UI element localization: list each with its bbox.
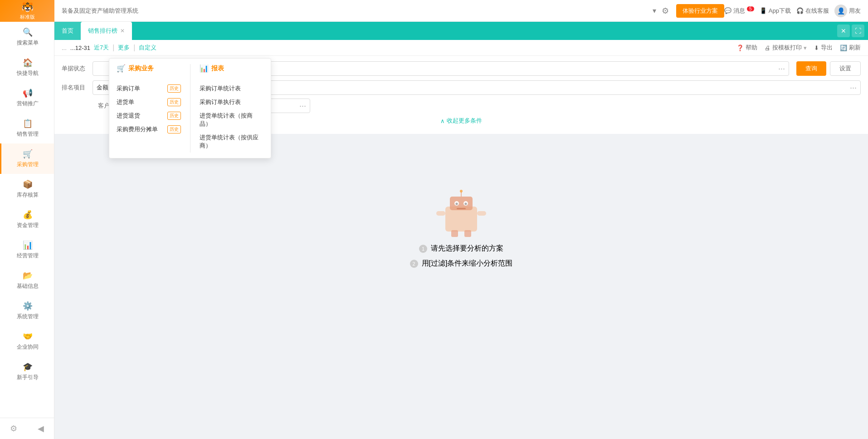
help-btn[interactable]: ❓ 帮助 [736,44,757,52]
customer-dots[interactable]: ··· [299,101,306,111]
dropdown-menu: 🛒 采购业务 采购订单 历史 进货单 历史 进货退货 [109,58,271,158]
settings-icon[interactable]: ⚙ [662,6,669,16]
purchase-section-icon: 🛒 [117,64,126,73]
sidebar-item-nav[interactable]: 🏠 快捷导航 [0,52,54,83]
purchase-menu-section: 🛒 采购业务 采购订单 历史 进货单 历史 进货退货 [109,64,188,153]
sidebar-item-enterprise[interactable]: 🤝 企业协同 [0,326,54,356]
date-shortcuts: ... ...12-31 近7天 | 更多 | 自定义 [62,44,156,52]
logo: 🐯 标准版 [0,0,54,22]
refresh-btn[interactable]: 🔄 刷新 [840,44,861,52]
menu-item-purchase-order[interactable]: 采购订单 历史 [117,82,181,95]
sidebar-item-marketing[interactable]: 📢 营销推广 [0,83,54,113]
export-btn[interactable]: ⬇ 导出 [814,44,833,52]
date-shortcut-7days[interactable]: 近7天 [94,44,109,52]
menu-item-purchase-in[interactable]: 进货单 历史 [117,95,181,109]
system-dropdown-arrow[interactable]: ▾ [653,6,656,15]
product-dots[interactable]: ··· [778,64,785,74]
print-dropdown-icon[interactable]: ▾ [804,44,807,51]
guide-icon: 🎓 [23,362,33,372]
svg-point-5 [465,203,467,205]
sidebar-item-search[interactable]: 🔍 搜索菜单 [0,22,54,52]
inbound-stat-product-label: 进货单统计表（按商品） [200,112,264,128]
sidebar-item-basic[interactable]: 📂 基础信息 [0,265,54,296]
basic-icon: 📂 [23,271,33,281]
rank-label: 排名项目 [62,84,89,92]
report-section-title: 📊 报表 [200,64,264,76]
sidebar-item-system[interactable]: ⚙️ 系统管理 [0,296,54,326]
marketing-icon: 📢 [23,88,33,98]
empty-hint-2: 2 用[过滤]条件来缩小分析范围 [410,259,513,268]
sidebar-item-sales[interactable]: 📋 销售管理 [0,113,54,143]
sidebar-item-label: 搜索菜单 [17,39,39,47]
app-download-label: App下载 [769,7,791,15]
sidebar-item-label: 快捷导航 [17,69,39,77]
sidebar: 🔍 搜索菜单 🏠 快捷导航 📢 营销推广 📋 销售管理 🛒 采购管理 📦 库存核… [0,22,54,439]
sidebar-settings-icon[interactable]: ⚙ [10,424,17,434]
product-select[interactable]: 设计桑 ✕ ··· [221,61,789,76]
logo-icon: 🐯 [21,2,34,14]
tab-close-btn[interactable]: ✕ [837,25,850,37]
svg-rect-7 [436,211,445,216]
purchase-order-label: 采购订单 [117,84,140,93]
refresh-label: 刷新 [849,44,861,52]
report-section-label: 报表 [211,64,224,73]
sidebar-item-finance[interactable]: 💰 资金管理 [0,204,54,235]
sidebar-item-label: 经营管理 [17,252,39,260]
sidebar-item-inventory[interactable]: 📦 库存核算 [0,174,54,204]
sidebar-item-label: 新手引导 [17,374,39,381]
sidebar-item-guide[interactable]: 🎓 新手引导 [0,356,54,387]
date-shortcut-more[interactable]: 更多 [118,44,130,52]
date-shortcut-custom[interactable]: 自定义 [139,44,156,52]
salesperson-dots[interactable]: ··· [850,83,857,93]
menu-item-order-exec[interactable]: 采购订单执行表 [200,95,264,109]
print-btn[interactable]: 🖨 按模板打印 ▾ [765,44,807,52]
empty-hint-1: 1 请先选择要分析的方案 [419,244,503,253]
content-area: 首页 销售排行榜 ✕ ✕ ⛶ ... ...12-31 近7天 [54,22,868,439]
hint-num-1: 1 [419,245,427,253]
enterprise-icon: 🤝 [23,331,33,341]
export-label: 导出 [821,44,833,52]
hint-num-2: 2 [410,260,418,268]
sidebar-item-purchase[interactable]: 🛒 采购管理 [0,143,54,174]
collapse-up-icon: ∧ [440,118,445,124]
user-action[interactable]: 👤 用友 [834,5,861,17]
menu-item-purchase-fee[interactable]: 采购费用分摊单 历史 [117,123,181,136]
page-content: ... ...12-31 近7天 | 更多 | 自定义 ❓ 帮助 [54,40,868,439]
tab-sales-rank[interactable]: 销售排行榜 ✕ [81,22,132,40]
date-recent-label: ... [62,44,67,51]
messages-action[interactable]: 💬 消息 5 [724,7,754,15]
menu-item-inbound-stat-supplier[interactable]: 进货单统计表（按供应商） [200,131,264,153]
setting-button[interactable]: 设置 [830,61,861,76]
menu-item-order-stat[interactable]: 采购订单统计表 [200,82,264,95]
headset-icon: 🎧 [796,7,804,14]
print-icon: 🖨 [765,44,770,51]
tab-maximize-btn[interactable]: ⛶ [852,25,864,37]
industry-btn[interactable]: 体验行业方案 [676,4,724,18]
collapse-label: 收起更多条件 [447,117,482,125]
menu-divider [190,64,190,153]
messages-label: 消息 [733,7,745,15]
menu-item-inbound-stat-product[interactable]: 进货单统计表（按商品） [200,109,264,131]
svg-point-4 [456,203,458,205]
query-button[interactable]: 查询 [796,61,826,76]
menu-item-purchase-return[interactable]: 进货退货 历史 [117,109,181,123]
purchase-fee-badge: 历史 [167,125,181,133]
help-icon: ❓ [736,44,744,51]
messages-badge: 5 [747,6,754,11]
filter-field-salesperson: 业务员 ··· [190,80,861,95]
tab-close-icon[interactable]: ✕ [120,28,125,34]
sidebar-item-label: 基础信息 [17,282,39,290]
sales-icon: 📋 [23,118,33,128]
tab-home[interactable]: 首页 [54,22,81,40]
salesperson-select[interactable]: ··· [221,80,861,95]
online-service-action[interactable]: 🎧 在线客服 [796,7,829,15]
app-download-action[interactable]: 📱 App下载 [760,7,791,15]
hint-text-1: 请先选择要分析的方案 [431,244,503,253]
dropdown-overlay: 🛒 采购业务 采购订单 历史 进货单 历史 进货退货 [109,58,271,158]
purchase-return-badge: 历史 [167,112,181,120]
svg-rect-9 [451,230,458,237]
sidebar-item-operations[interactable]: 📊 经营管理 [0,235,54,265]
sidebar-item-label: 销售管理 [17,130,39,138]
sidebar-collapse-icon[interactable]: ◀ [38,424,44,434]
sidebar-item-label: 营销推广 [17,100,39,108]
